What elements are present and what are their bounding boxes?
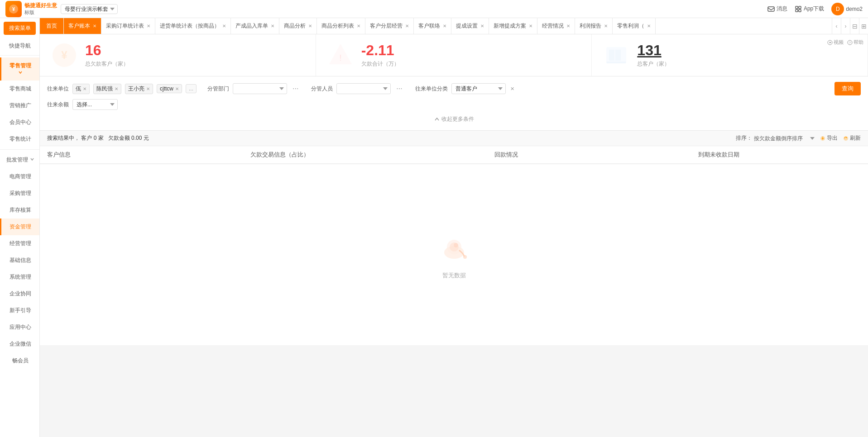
total-customers-value: 131 <box>637 43 670 58</box>
close-new-mention[interactable]: ✕ <box>529 24 532 28</box>
close-mention-settings[interactable]: ✕ <box>480 24 484 28</box>
close-product-analysis-list[interactable]: ✕ <box>357 24 360 28</box>
video-help-link[interactable]: 视频 <box>827 39 844 46</box>
remove-unit-class[interactable]: ✕ <box>510 86 514 92</box>
tab-customer-contact[interactable]: 客户联络 ✕ <box>414 18 451 34</box>
close-customer-layer[interactable]: ✕ <box>405 24 409 28</box>
tab-prev-arrow[interactable]: ‹ <box>832 18 841 34</box>
tab-ops-situation[interactable]: 经营情况 ✕ <box>537 18 575 34</box>
stat-help-area: 视频 ? 帮助 <box>827 39 863 46</box>
close-profit-report[interactable]: ✕ <box>604 24 608 28</box>
col-due-date: 到期未收款日期 <box>698 151 861 159</box>
dept-select[interactable] <box>233 83 287 94</box>
svg-rect-4 <box>799 6 801 9</box>
tab-product-analysis[interactable]: 商品分析 ✕ <box>279 18 317 34</box>
app-download-action[interactable]: App下载 <box>795 5 824 13</box>
export-button[interactable]: 导出 <box>820 134 838 142</box>
remove-tag-2[interactable]: ✕ <box>115 86 118 91</box>
sidebar-item-app-center[interactable]: 应用中心 <box>0 319 39 336</box>
content-area: 首页 客户账本 ✕ 采购订单统计表 ✕ 进货单统计表（按商品） ✕ 产成品入库单… <box>40 18 868 437</box>
sidebar-item-batch-mgmt[interactable]: 批发管理 <box>0 152 39 168</box>
sidebar: 搜索菜单 快捷导航 零售管理 零售商城 营销推广 会员中心 零售统计 批发管理 … <box>0 18 40 437</box>
sidebar-item-enterprise-collab[interactable]: 企业协同 <box>0 285 39 302</box>
close-ops-situation[interactable]: ✕ <box>566 24 570 28</box>
remove-tag-3[interactable]: ✕ <box>146 86 150 91</box>
filter-tag-unit-all[interactable]: 佤 ✕ <box>72 84 90 94</box>
tab-inbound-stats[interactable]: 进货单统计表（按商品） ✕ <box>155 18 231 34</box>
sort-selector[interactable]: 排序： 按欠款金额倒序排序 <box>736 134 815 142</box>
filter-more-btn[interactable]: ... <box>186 84 197 93</box>
tab-next-arrow[interactable]: › <box>841 18 850 34</box>
remainder-label: 往来余额 <box>47 101 69 109</box>
sidebar-item-basic-info[interactable]: 基础信息 <box>0 252 39 269</box>
help-icon: ? <box>847 40 853 45</box>
tab-purchase-stats[interactable]: 采购订单统计表 ✕ <box>101 18 155 34</box>
filter-tag-unit-3[interactable]: cjttcw ✕ <box>157 84 182 93</box>
overdue-value: 0.00 <box>131 135 142 141</box>
unit-class-select[interactable]: 普通客户 <box>451 83 506 94</box>
sidebar-item-retail-mgmt[interactable]: 零售管理 <box>0 57 39 81</box>
tab-profit-report[interactable]: 利润报告 ✕ <box>575 18 613 34</box>
svg-text:¥: ¥ <box>12 6 15 12</box>
tab-customer-layer[interactable]: 客户分层经营 ✕ <box>365 18 414 34</box>
filter-row-2: 往来余额 选择... <box>47 99 861 110</box>
sidebar-item-marketing[interactable]: 营销推广 <box>0 97 39 114</box>
dept-dots[interactable]: ··· <box>291 85 300 93</box>
filter-row-1: 往来单位 佤 ✕ 陈民强 ✕ 王小亮 ✕ cjttcw <box>47 82 861 95</box>
query-button[interactable]: 查询 <box>834 82 861 95</box>
close-accounts-book[interactable]: ✕ <box>93 24 96 28</box>
sidebar-item-retail-mall[interactable]: 零售商城 <box>0 81 39 97</box>
account-action[interactable]: D demo2 <box>831 3 863 15</box>
sort-chevron-icon <box>810 137 815 140</box>
sidebar-item-purchase[interactable]: 采购管理 <box>0 185 39 202</box>
filter-tag-unit-2[interactable]: 王小亮 ✕ <box>125 84 153 94</box>
sidebar-item-member-center[interactable]: 会员中心 <box>0 114 39 131</box>
unit-class-label: 往来单位分类 <box>415 85 448 93</box>
tab-accounts-book[interactable]: 客户账本 ✕ <box>64 18 101 34</box>
remove-tag-4[interactable]: ✕ <box>175 86 179 91</box>
collapse-more-btn[interactable]: 收起更多条件 <box>47 114 861 125</box>
dept-label: 分管部门 <box>207 85 229 93</box>
tab-new-mention[interactable]: 新增提成方案 ✕ <box>489 18 537 34</box>
chevron-up-icon <box>434 117 440 122</box>
sidebar-item-pro-member[interactable]: 畅会员 <box>0 352 39 369</box>
quick-nav-button[interactable]: 快捷导航 <box>0 38 39 53</box>
close-retail-profit[interactable]: ✕ <box>647 24 651 28</box>
close-cost-inbound[interactable]: ✕ <box>271 24 274 28</box>
tab-cost-inbound[interactable]: 产成品入库单 ✕ <box>231 18 279 34</box>
sidebar-item-ops[interactable]: 经营管理 <box>0 235 39 252</box>
sidebar-item-system[interactable]: 系统管理 <box>0 269 39 285</box>
close-purchase-stats[interactable]: ✕ <box>147 24 150 28</box>
person-select[interactable] <box>336 83 391 94</box>
sidebar-item-ecommerce[interactable]: 电商管理 <box>0 168 39 185</box>
refresh-button[interactable]: 刷新 <box>843 134 861 142</box>
close-product-analysis[interactable]: ✕ <box>308 24 312 28</box>
close-customer-contact[interactable]: ✕ <box>443 24 446 28</box>
help-link[interactable]: ? 帮助 <box>847 39 863 46</box>
sidebar-item-finance[interactable]: 资金管理 <box>0 218 39 235</box>
sidebar-item-retail-stats[interactable]: 零售统计 <box>0 131 39 147</box>
remainder-select[interactable]: 选择... <box>72 99 118 110</box>
tab-mention-settings[interactable]: 提成设置 ✕ <box>451 18 489 34</box>
tab-retail-profit[interactable]: 零售利润（ ✕ <box>613 18 656 34</box>
message-action[interactable]: 消息 <box>767 5 787 13</box>
tab-product-analysis-list[interactable]: 商品分析列表 ✕ <box>317 18 365 34</box>
sidebar-item-enterprise-wechat[interactable]: 企业微信 <box>0 336 39 352</box>
sort-select[interactable]: 按欠款金额倒序排序 <box>754 135 808 142</box>
person-dots[interactable]: ··· <box>394 85 404 93</box>
remove-tag-1[interactable]: ✕ <box>83 86 86 91</box>
search-menu-button[interactable]: 搜索菜单 <box>4 22 36 35</box>
store-select[interactable]: 母婴行业演示帐套 <box>61 4 118 14</box>
close-inbound-stats[interactable]: ✕ <box>222 24 226 28</box>
sidebar-divider-2 <box>0 149 39 150</box>
version-label: 标版 <box>24 9 57 15</box>
sidebar-item-inventory[interactable]: 库存核算 <box>0 202 39 218</box>
chevron-down-icon-batch <box>30 157 34 162</box>
tab-more-arrow[interactable]: ⊟ <box>850 18 859 34</box>
sidebar-item-new-guide[interactable]: 新手引导 <box>0 302 39 319</box>
message-label: 消息 <box>777 5 787 13</box>
overdue-customers-value: 16 <box>85 43 129 58</box>
tab-home[interactable]: 首页 <box>40 18 64 34</box>
filter-tag-unit-1[interactable]: 陈民强 ✕ <box>93 84 121 94</box>
tab-expand-arrow[interactable]: ⊞ <box>859 18 868 34</box>
